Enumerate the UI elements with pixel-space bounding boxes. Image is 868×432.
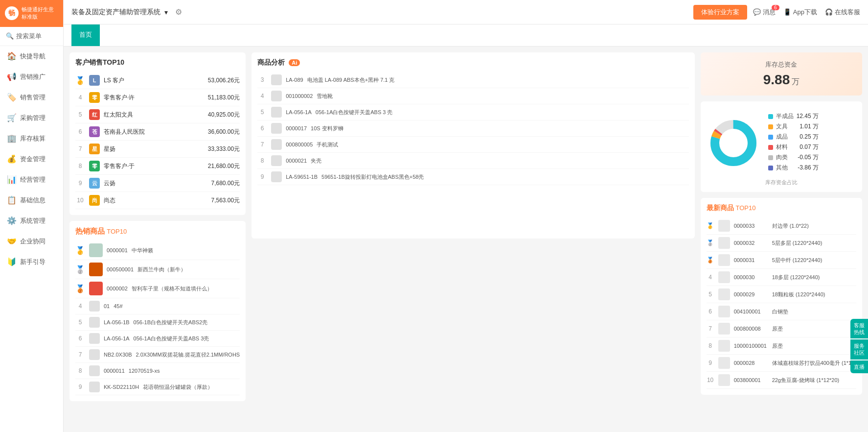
trial-btn[interactable]: 体验行业方案 <box>693 5 747 20</box>
rank-num: 4 <box>75 303 85 310</box>
rank-num: 6 <box>75 335 85 342</box>
newest-img <box>718 271 730 283</box>
rank-badge: 零 <box>89 161 100 171</box>
product-code: KK-SD22110H <box>104 384 139 390</box>
sidebar-item-operations[interactable]: 📊 经营管理 <box>0 169 63 190</box>
legend-dot <box>768 145 773 150</box>
hot-products-card: 热销商品 TOP10 🥇 0000001 中华神籁 🥈 000500001 新西… <box>69 221 246 401</box>
product-code: LA-59651-1B <box>286 174 318 180</box>
hot-products-title: 热销商品 TOP10 <box>75 227 240 236</box>
product-row: 4 01 45# <box>75 298 240 314</box>
service-community-btn[interactable]: 服务 社区 <box>850 339 868 360</box>
search-menu[interactable]: 🔍 搜索菜单 <box>0 27 63 46</box>
sidebar-item-system[interactable]: ⚙️ 系统管理 <box>0 211 63 231</box>
rank-badge: 云 <box>89 178 100 189</box>
newest-name: 白钢垫 <box>772 308 856 315</box>
product-image <box>271 91 282 101</box>
customer-service-btn[interactable]: 客服 热线 <box>850 319 868 339</box>
product-name: 056-1A白色按键开关盖ABS 3壳 <box>134 335 240 342</box>
newest-img <box>718 288 730 300</box>
rank-value: 53,006.26元 <box>208 76 240 85</box>
product-row: 🥈 000500001 新西兰牛肉（新牛） <box>75 260 240 279</box>
sidebar-item-basic[interactable]: 📋 基础信息 <box>0 190 63 211</box>
rank-value: 36,600.00元 <box>208 128 240 136</box>
product-image <box>89 263 103 276</box>
newest-name: 封边带 (1.0*22) <box>772 222 856 230</box>
left-panel: 客户销售TOP10 🥇 L LS 客户 53,006.26元 4 零 零售客户·… <box>69 52 246 426</box>
product-row: 4 001000002 雪地靴 <box>257 88 688 104</box>
sidebar-item-label: 经营管理 <box>20 175 46 184</box>
product-analysis-title: 商品分析 Ai <box>257 58 688 67</box>
rank-num: 9 <box>75 384 85 390</box>
rank-row: 7 星 星扬 33,333.00元 <box>75 141 240 158</box>
live-stream-btn[interactable]: 直播 <box>850 360 868 373</box>
rank-num: 6 <box>707 308 714 315</box>
gear-icon[interactable]: ⚙ <box>172 5 185 19</box>
rank-name: 云扬 <box>104 179 207 188</box>
newest-row: 9 0000028 体城嘉枝味苏打饮品400毫升 (1*15) <box>707 355 856 372</box>
newest-code: 0000031 <box>734 257 768 263</box>
sidebar-item-sales[interactable]: 🏷️ 销售管理 <box>0 87 63 108</box>
sidebar-item-collab[interactable]: 🤝 企业协同 <box>0 231 63 252</box>
message-badge: 6 <box>772 5 779 10</box>
customer-rank-card: 客户销售TOP10 🥇 L LS 客户 53,006.26元 4 零 零售客户·… <box>69 52 246 215</box>
rank-value: 40,925.00元 <box>208 111 240 119</box>
product-row: 6 0000017 10S 变料罗蛳 <box>257 120 688 137</box>
product-row: 8 0000011 12070519-xs <box>75 363 240 379</box>
sidebar-item-finance[interactable]: 💰 资金管理 <box>0 149 63 169</box>
sidebar-item-marketing[interactable]: 📢 营销推广 <box>0 67 63 87</box>
rank-num: 5 <box>75 111 85 118</box>
product-image <box>89 382 100 392</box>
sidebar-item-purchase[interactable]: 🛒 采购管理 <box>0 108 63 128</box>
legend-row: 半成品 12.45 万 <box>768 112 819 120</box>
newest-products-title: 最新商品 TOP10 <box>707 204 856 213</box>
rank-badge: 苍 <box>89 126 100 137</box>
search-label: 搜索菜单 <box>16 32 42 41</box>
app-download-btn[interactable]: 📱 App下载 <box>783 8 817 17</box>
rank-num: 8 <box>707 342 714 349</box>
content-tabs: 首页 <box>64 24 868 47</box>
app-logo: 畅 畅捷通好生意 标准版 <box>0 0 63 27</box>
tab-home[interactable]: 首页 <box>71 24 100 46</box>
topbar-dropdown[interactable]: ▾ <box>164 8 168 16</box>
rank-name: LS 客户 <box>104 76 204 85</box>
product-name: 12070519-xs <box>129 368 240 374</box>
analysis-badge: Ai <box>289 59 300 66</box>
product-code: 0000011 <box>104 368 125 374</box>
product-row: 7 NB2.0X30B 2.0X30MM双搓花轴.搓花直径2.1MM/ROHS <box>75 347 240 363</box>
medal-icon: 🥇 <box>75 246 85 255</box>
inventory-unit: 万 <box>792 77 799 86</box>
newest-code: 004100001 <box>734 309 768 314</box>
message-btn[interactable]: 💬 消息 6 <box>753 8 776 17</box>
product-name: 电池盖 LA-089 ABS本色+黑种 7.1 克 <box>307 76 689 84</box>
product-image <box>89 349 100 360</box>
inventory-total-card: 库存总资金 9.88 万 <box>701 52 862 96</box>
product-image <box>89 282 103 295</box>
sidebar-item-inventory[interactable]: 🏢 库存核算 <box>0 128 63 149</box>
sidebar-item-home[interactable]: 🏠 快捷导航 <box>0 46 63 67</box>
customer-rank-title: 客户销售TOP10 <box>75 58 240 67</box>
service-btn[interactable]: 🎧 在线客服 <box>825 8 860 17</box>
sidebar: 畅 畅捷通好生意 标准版 🔍 搜索菜单 🏠 快捷导航 📢 营销推广 🏷️ 销售管… <box>0 0 64 432</box>
donut-container: 半成品 12.45 万 文具 1.01 万 成品 0.25 万 <box>707 107 856 179</box>
sales-icon: 🏷️ <box>7 93 16 102</box>
sidebar-item-label: 企业协同 <box>20 237 46 246</box>
product-name: 中华神籁 <box>132 247 240 254</box>
rank-num: 7 <box>707 325 714 332</box>
topbar-right: 💬 消息 6 📱 App下载 🎧 在线客服 <box>753 8 860 17</box>
rank-name: 零售客户·于 <box>104 162 204 170</box>
sidebar-item-guide[interactable]: 🔰 新手引导 <box>0 252 63 272</box>
rank-value: 21,680.00元 <box>208 162 240 170</box>
chart-legend: 半成品 12.45 万 文具 1.01 万 成品 0.25 万 <box>768 112 819 174</box>
newest-code: 003800001 <box>734 377 768 383</box>
rank-num: 7 <box>75 145 85 152</box>
newest-code: 0000030 <box>734 274 768 280</box>
product-name: 新西兰牛肉（新牛） <box>137 266 240 273</box>
product-name: 45# <box>114 303 240 309</box>
product-analysis-card: 商品分析 Ai 3 LA-089 电池盖 LA-089 ABS本色+黑种 7.1… <box>251 52 694 239</box>
rank-num: 8 <box>257 157 267 164</box>
logo-icon: 畅 <box>5 6 19 20</box>
newest-code: 0000032 <box>734 240 768 246</box>
right-panel: 库存总资金 9.88 万 <box>701 52 862 426</box>
product-row: 5 LA-056-1A 056-1A白色按键开关盖ABS 3 壳 <box>257 104 688 120</box>
